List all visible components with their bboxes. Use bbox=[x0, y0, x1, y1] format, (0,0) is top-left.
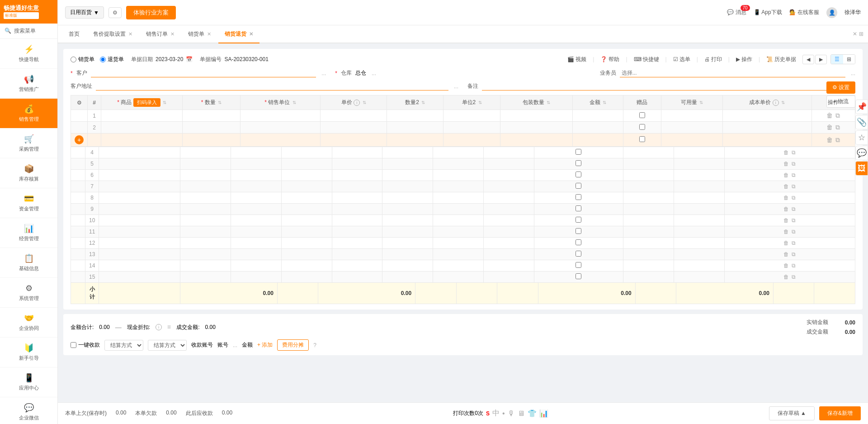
row-unit2[interactable] bbox=[443, 133, 500, 147]
sidebar-item-app[interactable]: 📱 应用中心 bbox=[0, 367, 57, 397]
row-pack-qty[interactable] bbox=[500, 110, 573, 122]
nav-dropdown[interactable]: 日用百货 ▼ bbox=[65, 6, 104, 19]
row-product[interactable] bbox=[99, 272, 180, 283]
row-qty[interactable] bbox=[180, 147, 231, 158]
row-price[interactable] bbox=[281, 204, 332, 215]
row-pack-qty[interactable] bbox=[433, 204, 484, 215]
row-qty2[interactable] bbox=[332, 215, 382, 226]
row-price[interactable] bbox=[281, 158, 332, 170]
sidebar-item-inventory[interactable]: 📦 库存核算 bbox=[0, 158, 57, 188]
th-cost-price[interactable]: 成本单价 i ⇅ bbox=[723, 95, 811, 110]
delete-icon[interactable]: 🗑 bbox=[783, 206, 789, 212]
settlement-select[interactable]: 结算方式 bbox=[104, 340, 143, 351]
online-service-link[interactable]: 💁 在线客服 bbox=[789, 9, 819, 16]
row-qty[interactable] bbox=[180, 249, 231, 260]
row-qty2[interactable] bbox=[332, 249, 382, 260]
row-qty[interactable] bbox=[180, 260, 231, 272]
copy-icon[interactable]: ⧉ bbox=[792, 149, 796, 156]
sidebar-item-operations[interactable]: 📊 经营管理 bbox=[0, 218, 57, 248]
row-unit2[interactable] bbox=[382, 249, 433, 260]
sidebar-item-system[interactable]: ⚙ 系统管理 bbox=[0, 278, 57, 308]
row-gift[interactable] bbox=[534, 192, 623, 204]
row-unit2[interactable] bbox=[382, 158, 433, 170]
row-available[interactable] bbox=[623, 147, 674, 158]
one-click-payment[interactable]: 一键收款 bbox=[71, 341, 100, 349]
row-available[interactable] bbox=[623, 272, 674, 283]
row-qty2[interactable] bbox=[387, 110, 443, 122]
row-pack-qty[interactable] bbox=[500, 122, 573, 133]
row-pack-qty[interactable] bbox=[433, 238, 484, 249]
cost-info-icon[interactable]: i bbox=[773, 100, 779, 106]
row-cost-price[interactable] bbox=[674, 147, 724, 158]
row-gift[interactable] bbox=[623, 133, 661, 147]
row-available[interactable] bbox=[623, 249, 674, 260]
row-amount[interactable] bbox=[573, 133, 623, 147]
row-available[interactable] bbox=[661, 110, 723, 122]
row-product[interactable] bbox=[99, 204, 180, 215]
fee-help-icon[interactable]: ? bbox=[313, 342, 316, 348]
row-available[interactable] bbox=[623, 238, 674, 249]
row-price[interactable] bbox=[281, 272, 332, 283]
row-product[interactable] bbox=[99, 249, 180, 260]
copy-icon[interactable]: ⧉ bbox=[835, 112, 840, 119]
one-click-payment-checkbox[interactable] bbox=[71, 342, 76, 348]
delete-icon[interactable]: 🗑 bbox=[783, 195, 789, 201]
row-cost-price[interactable] bbox=[674, 249, 724, 260]
right-panel-image[interactable]: 🖼 bbox=[855, 161, 868, 176]
row-available[interactable] bbox=[661, 133, 723, 147]
row-unit2[interactable] bbox=[382, 147, 433, 158]
row-gift[interactable] bbox=[534, 170, 623, 181]
copy-icon[interactable]: ⧉ bbox=[792, 183, 796, 190]
row-pack-qty[interactable] bbox=[433, 192, 484, 204]
copy-icon[interactable]: ⧉ bbox=[792, 217, 796, 224]
row-gift[interactable] bbox=[534, 204, 623, 215]
right-panel-pin[interactable]: 📌 bbox=[855, 100, 868, 114]
copy-icon[interactable]: ⧉ bbox=[792, 172, 796, 178]
row-cost-price[interactable] bbox=[723, 122, 811, 133]
row-qty[interactable] bbox=[180, 238, 231, 249]
tab-home[interactable]: 首页 bbox=[62, 25, 86, 43]
address-dots[interactable]: ... bbox=[454, 83, 458, 90]
tab-sales-order[interactable]: 销售订单 ✕ bbox=[140, 25, 181, 43]
row-qty2[interactable] bbox=[332, 204, 382, 215]
row-cost-price[interactable] bbox=[674, 260, 724, 272]
tab-sales-order-close[interactable]: ✕ bbox=[170, 31, 175, 37]
print-btn[interactable]: 🖨 打印 bbox=[702, 55, 725, 64]
tab-price-setting-close[interactable]: ✕ bbox=[128, 31, 132, 37]
row-available[interactable] bbox=[623, 226, 674, 238]
search-menu[interactable]: 🔍 搜索菜单 bbox=[0, 24, 57, 39]
sidebar-item-sales[interactable]: 💰 销售管理 bbox=[0, 99, 57, 129]
row-unit2[interactable] bbox=[382, 192, 433, 204]
row-unit[interactable] bbox=[231, 192, 282, 204]
tab-sales-delivery-close[interactable]: ✕ bbox=[207, 31, 211, 37]
row-unit2[interactable] bbox=[443, 122, 500, 133]
row-amount[interactable] bbox=[484, 181, 534, 192]
account-dots[interactable]: ... bbox=[233, 342, 237, 348]
row-price[interactable] bbox=[281, 147, 332, 158]
row-pack-qty[interactable] bbox=[433, 170, 484, 181]
delete-icon[interactable]: 🗑 bbox=[783, 217, 789, 224]
sidebar-item-wechat[interactable]: 💬 企业微信 bbox=[0, 397, 57, 424]
delete-icon[interactable]: 🗑 bbox=[783, 251, 789, 257]
row-qty[interactable] bbox=[180, 181, 231, 192]
row-qty2[interactable] bbox=[332, 147, 382, 158]
message-badge[interactable]: 💬 70 消息 bbox=[727, 9, 746, 16]
copy-icon[interactable]: ⧉ bbox=[792, 251, 796, 257]
sidebar-item-basic[interactable]: 📋 基础信息 bbox=[0, 248, 57, 278]
row-qty[interactable] bbox=[183, 122, 241, 133]
experience-button[interactable]: 体验行业方案 bbox=[126, 6, 176, 19]
row-gift[interactable] bbox=[534, 215, 623, 226]
row-pack-qty[interactable] bbox=[433, 226, 484, 238]
delete-icon[interactable]: 🗑 bbox=[783, 183, 789, 190]
history-btn[interactable]: 📜 历史单据 bbox=[764, 55, 799, 64]
row-gift[interactable] bbox=[534, 226, 623, 238]
th-unit2[interactable]: 单位2 ⇅ bbox=[443, 95, 500, 110]
th-product[interactable]: * 商品 扫码录入 ⇅ bbox=[101, 95, 183, 110]
sidebar-item-enterprise[interactable]: 🤝 企业协同 bbox=[0, 308, 57, 338]
copy-icon[interactable]: ⧉ bbox=[835, 136, 840, 144]
row-pack-qty[interactable] bbox=[433, 260, 484, 272]
shortcut-btn[interactable]: ⌨ 快捷键 bbox=[631, 55, 662, 64]
row-amount[interactable] bbox=[484, 226, 534, 238]
row-gift[interactable] bbox=[534, 181, 623, 192]
row-unit[interactable] bbox=[231, 260, 282, 272]
